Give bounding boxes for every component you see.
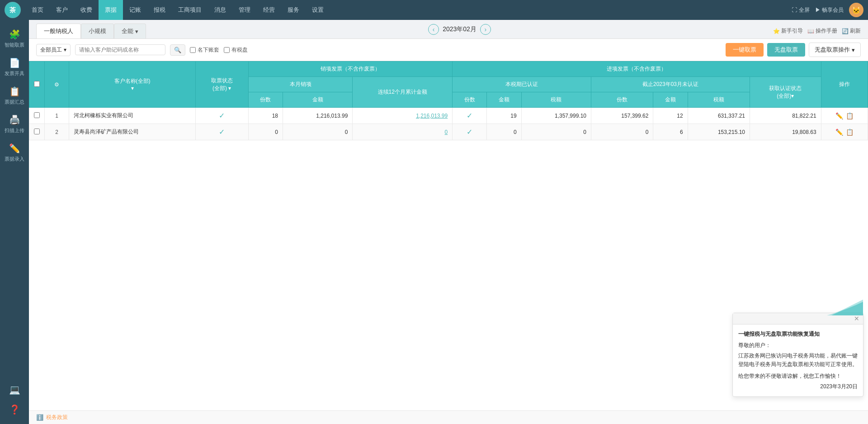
table-row: 2 灵寿县尚泽矿产品有限公司 ✓ 0 0 0 ✓ 0 0 0 6 153,215… (29, 124, 868, 140)
col-purch-cert-qty: 份数 (453, 92, 487, 108)
fullscreen-btn[interactable]: ⛶ 全屏 (792, 6, 809, 14)
subscribed-checkbox[interactable] (190, 47, 196, 53)
nav-business[interactable]: 工商项目 (172, 0, 208, 20)
sidebar-item-help[interactable]: ❓ (9, 400, 20, 419)
row-no-1: 2 (45, 124, 69, 140)
manual-icon: 📖 (807, 28, 814, 34)
config-icon[interactable]: ⚙ (54, 81, 59, 88)
smart-tickets-icon: 🧩 (9, 29, 20, 40)
user-avatar[interactable]: 🐱 (849, 3, 863, 17)
cert-filter-icon[interactable]: ▾ (791, 93, 794, 99)
nav-tax[interactable]: 报税 (147, 0, 172, 20)
subscribed-checkbox-label[interactable]: 名下账套 (190, 46, 219, 54)
nav-customer[interactable]: 客户 (50, 0, 74, 20)
nav-manage[interactable]: 管理 (232, 0, 257, 20)
copy-icon-1[interactable]: 📋 (846, 129, 854, 136)
date-nav: ‹ 2023年02月 › (428, 24, 491, 38)
issue-invoice-icon: 📄 (9, 57, 20, 68)
notification-greeting: 尊敬的用户： (738, 341, 858, 350)
row-purch-cert-amount-1: 0 (521, 124, 591, 140)
tab-small-scale[interactable]: 小规模 (81, 24, 114, 38)
sidebar-item-smart-tickets[interactable]: 🧩 智能取票 (0, 24, 29, 53)
nav-billing[interactable]: 收费 (74, 0, 99, 20)
tab-all[interactable]: 全能 ▾ (114, 24, 146, 38)
row-purch-cert-tax-1: 0 (591, 124, 653, 140)
nav-home[interactable]: 首页 (25, 0, 50, 20)
row-purch-cert-qty-0: 19 (487, 108, 521, 124)
col-sales-header: 销项发票（不含作废票） (248, 62, 452, 77)
one-click-btn[interactable]: 一键取票 (726, 43, 764, 57)
nav-items: 首页 客户 收费 票据 记账 报税 工商项目 消息 管理 经营 服务 设置 (25, 0, 792, 20)
col-actions: 操作 (821, 62, 868, 108)
row-sales-qty-0: 18 (248, 108, 283, 124)
employee-filter[interactable]: 全部员工 ▾ (36, 44, 71, 56)
notification-content: 江苏政务网已恢访问电子税务局功能，易代账一键登陆电子税务局与无盘取票相关功能可正… (738, 352, 858, 369)
col-uncertified: 截止2023年03月未认证 (591, 77, 750, 92)
search-input[interactable] (75, 44, 165, 55)
row-uncert-amount-1: 153,215.10 (688, 124, 750, 140)
row-select-1[interactable] (29, 124, 45, 140)
col-cumulative: 连续12个月累计金额 (353, 77, 453, 108)
row-uncert-amount-0: 631,337.21 (688, 108, 750, 124)
row-cert-status-0: ✓ (453, 108, 487, 124)
sidebar-item-ticket-entry[interactable]: ✏️ 票据录入 (0, 138, 29, 167)
row-customer-0: 河北柯橡栎实业有限公司 (69, 108, 196, 124)
select-all-checkbox[interactable] (34, 81, 40, 87)
computer-icon: 💻 (9, 384, 20, 395)
notification-header: ✕ (733, 313, 863, 324)
policy-link[interactable]: 税务政策 (46, 414, 68, 421)
row-uncert-tax-0: 81,822.21 (750, 108, 821, 124)
guide-icon: ⭐ (773, 28, 780, 34)
col-uncert-amount: 金额 (653, 92, 688, 108)
nav-message[interactable]: 消息 (208, 0, 232, 20)
vip-btn[interactable]: ▶ 畅享会员 (815, 6, 844, 14)
col-uncert-tax: 税额 (688, 92, 750, 108)
row-sales-qty-1: 0 (248, 124, 283, 140)
row-take-status-0: ✓ (195, 108, 248, 124)
col-uncert-qty: 份数 (591, 92, 653, 108)
take-status-filter-icon[interactable]: ▾ (228, 85, 231, 91)
taxdisk-checkbox[interactable] (224, 47, 230, 53)
copy-icon-0[interactable]: 📋 (846, 112, 854, 119)
nav-operation[interactable]: 经营 (257, 0, 281, 20)
nav-bookkeeping[interactable]: 记账 (123, 0, 147, 20)
row-actions-1: ✏️ 📋 (821, 124, 868, 140)
refresh-icon: 🔄 (842, 28, 849, 34)
sidebar: 🧩 智能取票 📄 发票开具 📋 票据汇总 🖨️ 扫描上传 ✏️ 票据录入 💻 ❓ (0, 20, 29, 424)
nav-service[interactable]: 服务 (281, 0, 306, 20)
toolbar: 全部员工 ▾ 🔍 名下账套 有税盘 一键取票 无盘取票 无盘取票操作 ▾ (29, 39, 868, 61)
taxdisk-checkbox-label[interactable]: 有税盘 (224, 46, 248, 54)
sidebar-item-scan-upload[interactable]: 🖨️ 扫描上传 (0, 110, 29, 138)
ops-arrow-icon: ▾ (852, 47, 855, 53)
sidebar-item-computer[interactable]: 💻 (9, 380, 20, 400)
nav-settings[interactable]: 设置 (306, 0, 330, 20)
guide-link[interactable]: ⭐ 新手引导 (773, 27, 803, 35)
ticket-entry-icon: ✏️ (9, 143, 20, 154)
row-no-0: 1 (45, 108, 69, 124)
help-icon: ❓ (9, 404, 20, 415)
sidebar-item-issue-invoice[interactable]: 📄 发票开具 (0, 53, 29, 81)
svg-text:茶: 茶 (9, 6, 16, 14)
table-row: 1 河北柯橡栎实业有限公司 ✓ 18 1,216,013.99 1,216,01… (29, 108, 868, 124)
status-bar: ℹ️ 税务政策 (29, 410, 868, 424)
col-purch-cert-tax: 税额 (521, 92, 591, 108)
row-select-0[interactable] (29, 108, 45, 124)
prev-month-btn[interactable]: ‹ (428, 24, 439, 35)
notification-close-btn[interactable]: ✕ (854, 315, 859, 322)
customer-filter-icon[interactable]: ▾ (131, 85, 134, 91)
tab-general-taxpayer[interactable]: 一般纳税人 (36, 24, 81, 38)
no-disk-ops-btn[interactable]: 无盘取票操作 ▾ (809, 43, 861, 57)
nav-invoices[interactable]: 票据 (99, 0, 123, 20)
info-icon: ℹ️ (36, 414, 43, 421)
next-month-btn[interactable]: › (480, 24, 491, 35)
col-this-month: 本月销项 (248, 77, 353, 92)
no-disk-btn[interactable]: 无盘取票 (767, 43, 805, 57)
manual-link[interactable]: 📖 操作手册 (807, 27, 837, 35)
edit-icon-0[interactable]: ✏️ (835, 112, 843, 119)
search-button[interactable]: 🔍 (170, 44, 185, 56)
refresh-link[interactable]: 🔄 刷新 (842, 27, 861, 35)
tab-all-dropdown-icon: ▾ (135, 28, 138, 35)
sidebar-item-invoice-summary[interactable]: 📋 票据汇总 (0, 81, 29, 110)
invoice-summary-icon: 📋 (9, 86, 20, 97)
edit-icon-1[interactable]: ✏️ (835, 129, 843, 136)
